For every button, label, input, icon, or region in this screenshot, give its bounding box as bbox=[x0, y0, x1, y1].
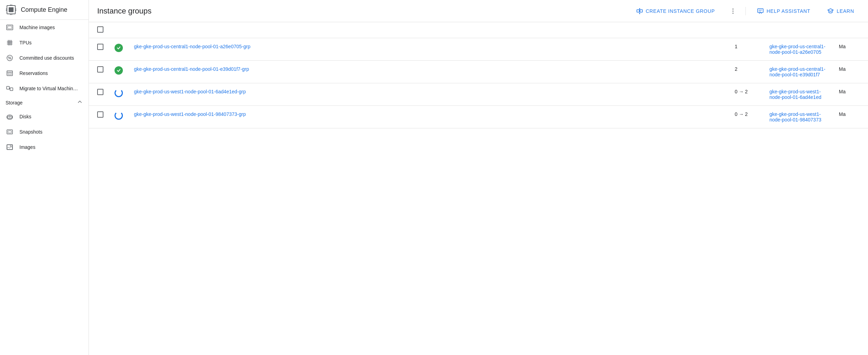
location-header bbox=[833, 22, 868, 38]
main-content: Instance groups CREATE INSTANCE GROUP bbox=[89, 0, 868, 355]
svg-rect-11 bbox=[8, 26, 12, 29]
help-assistant-button[interactable]: HELP ASSISTANT bbox=[751, 5, 816, 17]
sidebar-item-machine-images-label: Machine images bbox=[19, 25, 55, 30]
row-checkbox-2[interactable] bbox=[97, 89, 103, 95]
storage-section[interactable]: Storage bbox=[0, 96, 89, 109]
storage-section-label: Storage bbox=[6, 100, 23, 105]
sidebar-item-discounts-label: Committed use discounts bbox=[19, 55, 74, 61]
template-link[interactable]: gke-gke-prod-us-west1-node-pool-01-6ad4e… bbox=[769, 89, 821, 100]
location: Ma bbox=[839, 89, 845, 94]
sidebar-item-images[interactable]: Images bbox=[0, 140, 86, 155]
create-instance-group-label: CREATE INSTANCE GROUP bbox=[646, 8, 715, 14]
sidebar: Compute Engine Machine images TPUs bbox=[0, 0, 89, 355]
sidebar-item-snapshots-label: Snapshots bbox=[19, 129, 42, 135]
status-header bbox=[109, 22, 128, 38]
sidebar-item-reservations[interactable]: Reservations bbox=[0, 66, 86, 81]
location: Ma bbox=[839, 66, 845, 72]
instance-group-name-link[interactable]: gke-gke-prod-us-west1-node-pool-01-98407… bbox=[134, 111, 246, 117]
location: Ma bbox=[839, 111, 845, 117]
template-link[interactable]: gke-gke-prod-us-west1-node-pool-01-98407… bbox=[769, 111, 821, 122]
row-checkbox-3[interactable] bbox=[97, 111, 103, 118]
select-all-checkbox[interactable] bbox=[97, 26, 103, 33]
topbar: Instance groups CREATE INSTANCE GROUP bbox=[89, 0, 868, 22]
sidebar-item-reservations-label: Reservations bbox=[19, 70, 48, 76]
sidebar-item-migrate-label: Migrate to Virtual Machin… bbox=[19, 86, 78, 91]
svg-rect-49 bbox=[758, 9, 763, 12]
table-row: gke-gke-prod-us-central1-node-pool-01-a2… bbox=[89, 38, 868, 61]
svg-rect-7 bbox=[6, 10, 7, 11]
status-loading-icon bbox=[115, 89, 123, 97]
status-loading-icon bbox=[115, 111, 123, 120]
svg-point-46 bbox=[732, 8, 733, 9]
chevron-up-icon bbox=[77, 99, 83, 106]
svg-point-38 bbox=[10, 145, 11, 147]
topbar-divider bbox=[745, 7, 746, 15]
create-instance-group-button[interactable]: CREATE INSTANCE GROUP bbox=[631, 5, 720, 17]
instances-count: 1 bbox=[735, 44, 738, 49]
app-title: Compute Engine bbox=[21, 6, 67, 14]
migrate-icon bbox=[6, 84, 14, 93]
sidebar-item-committed-use-discounts[interactable]: % Committed use discounts bbox=[0, 50, 86, 66]
name-header bbox=[128, 22, 729, 38]
sidebar-header: Compute Engine bbox=[0, 0, 89, 20]
instances-header bbox=[729, 22, 764, 38]
learn-button[interactable]: LEARN bbox=[821, 5, 860, 17]
sidebar-item-machine-images[interactable]: Machine images bbox=[0, 20, 86, 35]
sidebar-item-snapshots[interactable]: Snapshots bbox=[0, 124, 86, 140]
template-link[interactable]: gke-gke-prod-us-central1-node-pool-01-e3… bbox=[769, 66, 825, 77]
status-ok-icon bbox=[115, 66, 123, 75]
table-header-row bbox=[89, 22, 868, 38]
location: Ma bbox=[839, 44, 845, 49]
compute-engine-icon bbox=[6, 4, 17, 15]
instance-groups-table-container: gke-gke-prod-us-central1-node-pool-01-a2… bbox=[89, 22, 868, 355]
svg-point-48 bbox=[732, 12, 733, 14]
template-link[interactable]: gke-gke-prod-us-central1-node-pool-01-a2… bbox=[769, 44, 825, 55]
more-options-button[interactable] bbox=[726, 4, 740, 18]
svg-rect-2 bbox=[10, 5, 11, 6]
machine-images-icon bbox=[6, 23, 14, 32]
learn-label: LEARN bbox=[837, 8, 854, 14]
sidebar-item-images-label: Images bbox=[19, 144, 35, 150]
svg-rect-39 bbox=[637, 10, 639, 12]
discount-icon: % bbox=[6, 54, 14, 62]
sidebar-item-tpus[interactable]: TPUs bbox=[0, 35, 86, 50]
svg-rect-9 bbox=[15, 10, 16, 11]
svg-rect-5 bbox=[11, 14, 12, 15]
row-checkbox-0[interactable] bbox=[97, 44, 103, 50]
svg-rect-40 bbox=[640, 10, 642, 12]
svg-point-42 bbox=[639, 8, 640, 9]
svg-rect-1 bbox=[9, 7, 14, 12]
row-checkbox-1[interactable] bbox=[97, 66, 103, 73]
instances-count: 0 → 2 bbox=[735, 111, 748, 117]
instance-group-name-link[interactable]: gke-gke-prod-us-central1-node-pool-01-e3… bbox=[134, 66, 249, 72]
instance-groups-table: gke-gke-prod-us-central1-node-pool-01-a2… bbox=[89, 22, 868, 128]
tpu-icon bbox=[6, 39, 14, 47]
instance-group-name-link[interactable]: gke-gke-prod-us-central1-node-pool-01-a2… bbox=[134, 44, 250, 49]
svg-rect-3 bbox=[11, 5, 12, 6]
svg-rect-33 bbox=[7, 145, 12, 150]
table-row: gke-gke-prod-us-west1-node-pool-01-6ad4e… bbox=[89, 83, 868, 106]
disks-icon bbox=[6, 112, 14, 121]
images-icon bbox=[6, 143, 14, 151]
snapshots-icon bbox=[6, 128, 14, 136]
table-row: gke-gke-prod-us-central1-node-pool-01-e3… bbox=[89, 61, 868, 83]
svg-rect-32 bbox=[7, 145, 12, 150]
instance-group-name-link[interactable]: gke-gke-prod-us-west1-node-pool-01-6ad4e… bbox=[134, 89, 246, 94]
instances-count: 0 → 2 bbox=[735, 89, 748, 94]
svg-rect-23 bbox=[7, 86, 9, 89]
svg-line-35 bbox=[8, 147, 10, 148]
page-title: Instance groups bbox=[97, 7, 625, 16]
sidebar-item-disks-label: Disks bbox=[19, 114, 31, 119]
svg-point-43 bbox=[639, 13, 640, 14]
svg-rect-31 bbox=[8, 131, 11, 133]
template-header bbox=[764, 22, 833, 38]
help-assistant-label: HELP ASSISTANT bbox=[767, 8, 810, 14]
status-ok-icon bbox=[115, 44, 123, 52]
table-row: gke-gke-prod-us-west1-node-pool-01-98407… bbox=[89, 106, 868, 128]
select-all-header[interactable] bbox=[89, 22, 109, 38]
sidebar-item-disks[interactable]: Disks bbox=[0, 109, 86, 124]
reservations-icon bbox=[6, 69, 14, 77]
sidebar-item-migrate[interactable]: Migrate to Virtual Machin… bbox=[0, 81, 86, 96]
sidebar-item-tpus-label: TPUs bbox=[19, 40, 32, 45]
svg-rect-8 bbox=[15, 9, 16, 9]
